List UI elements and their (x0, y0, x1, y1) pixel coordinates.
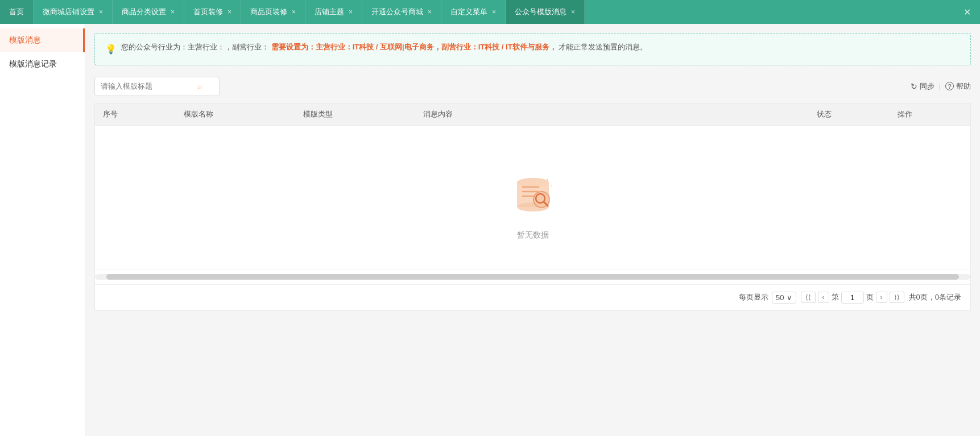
sync-label: 同步 (920, 81, 934, 92)
tab-store-theme-close[interactable]: × (349, 8, 353, 16)
help-label: 帮助 (956, 81, 971, 92)
top-nav: 首页 微商城店铺设置 × 商品分类设置 × 首页装修 × 商品页装修 × 店铺主… (0, 0, 980, 24)
tab-store-settings-label: 微商城店铺设置 (43, 7, 94, 17)
page-size-dropdown[interactable]: 50 ∨ (772, 292, 796, 304)
col-header-action: 操作 (890, 103, 970, 126)
content-area: 💡 您的公众号行业为：主营行业：，副营行业： 需要设置为：主营行业：IT科技 /… (85, 24, 980, 436)
col-header-content: 消息内容 (415, 103, 809, 126)
page-size-label: 每页显示 (739, 292, 768, 302)
scrollbar-thumb[interactable] (106, 274, 959, 280)
sidebar-item-template-msg[interactable]: 模版消息 (0, 28, 85, 52)
tab-open-mall[interactable]: 开通公众号商城 × (362, 0, 441, 24)
tab-template-msg[interactable]: 公众号模版消息 × (506, 0, 585, 24)
page-nav: ⟨⟨ ‹ 第 页 › ⟩⟩ (801, 292, 904, 304)
tab-custom-menu-label: 自定义菜单 (450, 7, 487, 17)
page-size-value: 50 (776, 293, 784, 302)
close-all-tabs[interactable]: ✕ (954, 7, 980, 18)
tab-store-theme[interactable]: 店铺主题 × (305, 0, 362, 24)
tab-store-theme-label: 店铺主题 (315, 7, 344, 17)
sidebar-item-template-msg-log[interactable]: 模版消息记录 (0, 52, 85, 76)
horizontal-scrollbar[interactable] (95, 274, 970, 280)
notice-prefix: 您的公众号行业为：主营行业：，副营行业： (121, 43, 269, 51)
empty-icon: ✦ ✦ (505, 165, 561, 222)
col-header-index: 序号 (95, 103, 176, 126)
tab-home-label: 首页 (9, 7, 24, 17)
bulb-icon: 💡 (105, 42, 117, 57)
notice-suffix: 才能正常发送预置的消息。 (559, 43, 647, 51)
tab-homepage-decor-label: 首页装修 (193, 7, 223, 17)
notice-text: 您的公众号行业为：主营行业：，副营行业： 需要设置为：主营行业：IT科技 / 互… (121, 41, 647, 53)
empty-cell: ✦ ✦ 暂无数据 (95, 125, 970, 269)
main-layout: 模版消息 模版消息记录 💡 您的公众号行业为：主营行业：，副营行业： 需要设置为… (0, 24, 980, 436)
tab-store-settings-close[interactable]: × (99, 8, 103, 16)
page-label-after: 页 (866, 292, 874, 302)
last-page-button[interactable]: ⟩⟩ (890, 292, 904, 303)
sync-icon: ↻ (911, 82, 917, 91)
info-notice: 💡 您的公众号行业为：主营行业：，副营行业： 需要设置为：主营行业：IT科技 /… (94, 33, 971, 65)
svg-text:✦: ✦ (550, 184, 553, 188)
page-size-select: 每页显示 50 ∨ (739, 292, 796, 304)
tab-home[interactable]: 首页 (0, 0, 34, 24)
empty-text: 暂无数据 (517, 230, 549, 240)
table-wrap: 序号 模版名称 模版类型 消息内容 状态 操作 (94, 103, 971, 311)
notice-highlight: 需要设置为：主营行业：IT科技 / 互联网|电子商务，副营行业：IT科技 / I… (271, 43, 557, 51)
sidebar-item-template-msg-label: 模版消息 (9, 35, 41, 44)
svg-text:✦: ✦ (545, 177, 549, 182)
tab-open-mall-close[interactable]: × (428, 8, 432, 16)
tab-category-settings-close[interactable]: × (171, 8, 175, 16)
help-button[interactable]: ? 帮助 (945, 81, 971, 92)
page-number-input[interactable] (841, 292, 864, 304)
toolbar-divider: | (939, 82, 941, 90)
sidebar-item-template-msg-log-label: 模版消息记录 (9, 59, 57, 68)
pagination: 每页显示 50 ∨ ⟨⟨ ‹ 第 页 › ⟩⟩ 共0页，0条记录 (95, 284, 970, 310)
search-icon[interactable]: ⌕ (197, 82, 202, 91)
search-input[interactable] (101, 82, 197, 90)
tab-template-msg-close[interactable]: × (571, 8, 575, 16)
empty-row: ✦ ✦ 暂无数据 (95, 125, 970, 269)
tab-product-decor[interactable]: 商品页装修 × (241, 0, 305, 24)
tab-homepage-decor[interactable]: 首页装修 × (184, 0, 241, 24)
first-page-button[interactable]: ⟨⟨ (801, 292, 816, 303)
tab-template-msg-label: 公众号模版消息 (515, 7, 567, 17)
search-input-wrap[interactable]: ⌕ (94, 77, 220, 96)
sidebar: 模版消息 模版消息记录 (0, 24, 85, 436)
tab-category-settings-label: 商品分类设置 (122, 7, 166, 17)
tab-product-decor-close[interactable]: × (292, 8, 296, 16)
col-header-status: 状态 (809, 103, 890, 126)
col-header-type: 模版类型 (295, 103, 415, 126)
col-header-name: 模版名称 (176, 103, 295, 126)
search-bar: ⌕ ↻ 同步 | ? 帮助 (94, 77, 971, 96)
toolbar-right: ↻ 同步 | ? 帮助 (911, 81, 971, 92)
tab-category-settings[interactable]: 商品分类设置 × (113, 0, 184, 24)
prev-page-button[interactable]: ‹ (818, 292, 829, 303)
dropdown-icon: ∨ (787, 293, 792, 302)
sync-button[interactable]: ↻ 同步 (911, 81, 934, 92)
tab-store-settings[interactable]: 微商城店铺设置 × (34, 0, 113, 24)
table-header-row: 序号 模版名称 模版类型 消息内容 状态 操作 (95, 103, 970, 126)
total-text: 共0页，0条记录 (909, 292, 961, 302)
data-table: 序号 模版名称 模版类型 消息内容 状态 操作 (95, 103, 970, 269)
tab-custom-menu-close[interactable]: × (492, 8, 496, 16)
empty-state: ✦ ✦ 暂无数据 (103, 131, 962, 263)
page-label-before: 第 (832, 292, 839, 302)
tab-open-mall-label: 开通公众号商城 (371, 7, 423, 17)
help-icon: ? (945, 82, 954, 90)
tab-custom-menu[interactable]: 自定义菜单 × (441, 0, 506, 24)
tab-homepage-decor-close[interactable]: × (228, 8, 231, 16)
next-page-button[interactable]: › (876, 292, 887, 303)
tab-product-decor-label: 商品页装修 (250, 7, 287, 17)
